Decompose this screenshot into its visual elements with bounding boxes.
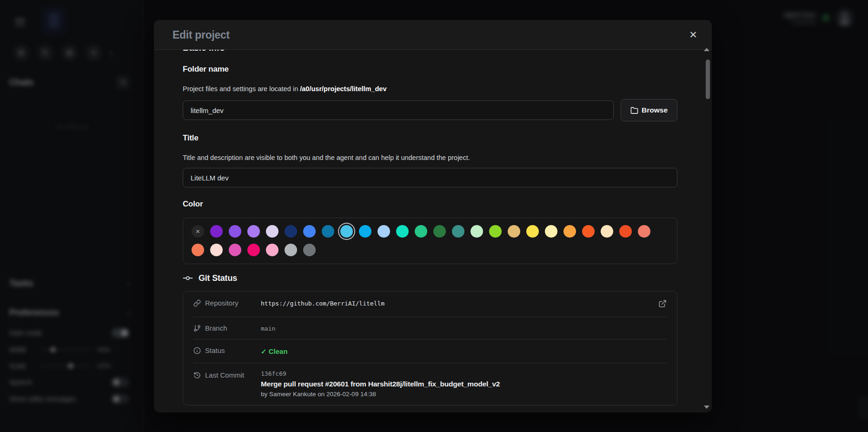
color-swatch[interactable]: [563, 225, 576, 238]
folder-description: Project files and settings are located i…: [183, 85, 677, 93]
commit-message: Merge pull request #20601 from Harshit28…: [261, 380, 667, 388]
link-icon: [193, 299, 201, 307]
title-description: Title and description are visible to bot…: [183, 154, 677, 161]
color-swatch[interactable]: [229, 244, 241, 256]
color-swatch[interactable]: [247, 225, 260, 238]
color-swatch[interactable]: [210, 244, 223, 256]
scrollbar-thumb[interactable]: [706, 60, 710, 99]
status-label: Status: [205, 346, 225, 354]
app-stage: ⚙ ↻ ⊞ ✦ ‹ Chats ✎ No chats yet Tasks › P…: [0, 0, 868, 432]
basic-info-heading-clipped: Basic Info: [183, 50, 677, 53]
status-row: Status ✓ Clean: [193, 339, 667, 363]
scrollbar-down-arrow[interactable]: [704, 405, 709, 409]
close-icon[interactable]: ✕: [687, 28, 700, 41]
color-swatch[interactable]: [452, 225, 464, 238]
color-swatch[interactable]: [396, 225, 409, 238]
last-commit-label: Last Commit: [205, 371, 244, 379]
color-swatch[interactable]: [582, 225, 595, 238]
color-swatch[interactable]: [229, 225, 241, 238]
commit-byline: by Sameer Kankute on 2026-02-09 14:38: [261, 391, 667, 398]
info-icon: [193, 347, 201, 354]
repository-label: Repository: [205, 299, 239, 307]
color-swatch[interactable]: [303, 244, 316, 256]
color-swatch[interactable]: [619, 225, 632, 238]
last-commit-row: Last Commit 136fc69 Merge pull request #…: [193, 363, 667, 405]
status-clean-badge: ✓ Clean: [261, 346, 667, 356]
color-swatch[interactable]: [470, 225, 483, 238]
color-swatch[interactable]: [210, 225, 223, 238]
folder-name-label: Folder name: [183, 65, 677, 74]
history-icon: [193, 372, 201, 379]
branch-row: Branch main: [193, 317, 667, 339]
git-branch-icon: [193, 325, 201, 332]
color-swatch[interactable]: [601, 225, 613, 238]
folder-icon: [630, 106, 638, 114]
git-commit-icon: [183, 273, 193, 283]
folder-name-input[interactable]: [183, 100, 614, 120]
color-swatch[interactable]: [378, 225, 390, 238]
color-swatch[interactable]: [508, 225, 520, 238]
external-link-icon[interactable]: [658, 299, 667, 310]
modal-title: Edit project: [172, 20, 230, 50]
branch-value: main: [261, 324, 667, 332]
color-swatch[interactable]: [266, 244, 278, 256]
title-input[interactable]: [183, 168, 677, 187]
color-swatch[interactable]: [285, 244, 297, 256]
color-swatch[interactable]: [489, 225, 502, 238]
color-swatch[interactable]: [192, 244, 204, 256]
color-swatch[interactable]: [285, 225, 297, 238]
modal-header: Edit project ✕: [154, 20, 712, 50]
modal-body: Basic Info Folder name Project files and…: [154, 50, 712, 412]
color-swatch[interactable]: [526, 225, 539, 238]
color-swatch[interactable]: [415, 225, 427, 238]
color-swatch[interactable]: [359, 225, 371, 238]
color-swatch[interactable]: [340, 225, 353, 238]
color-swatch-none[interactable]: ✕: [192, 225, 204, 238]
check-icon: ✓: [261, 347, 267, 355]
color-swatch[interactable]: [303, 225, 316, 238]
color-label: Color: [183, 199, 677, 209]
color-swatch[interactable]: [322, 225, 334, 238]
repository-row: Repository https://github.com/BerriAI/li…: [193, 292, 667, 317]
color-swatch[interactable]: [545, 225, 557, 238]
git-status-panel: Repository https://github.com/BerriAI/li…: [183, 291, 677, 405]
commit-hash: 136fc69: [261, 370, 667, 377]
browse-button[interactable]: Browse: [621, 99, 677, 121]
git-status-heading: Git Status: [199, 273, 237, 283]
project-path: /a0/usr/projects/litellm_dev: [300, 85, 386, 93]
swatch-row-2: [192, 244, 669, 256]
scrollbar-up-arrow[interactable]: [704, 48, 709, 51]
title-label: Title: [183, 133, 677, 143]
color-swatch[interactable]: [433, 225, 446, 238]
branch-label: Branch: [205, 324, 227, 332]
color-swatch[interactable]: [638, 225, 650, 238]
edit-project-modal: Edit project ✕ Basic Info Folder name Pr…: [154, 20, 712, 412]
swatch-row-1: ✕: [192, 225, 669, 238]
color-picker-panel: ✕: [183, 218, 677, 264]
color-swatch[interactable]: [266, 225, 278, 238]
color-swatch[interactable]: [247, 244, 260, 256]
repository-url[interactable]: https://github.com/BerriAI/litellm: [261, 299, 658, 307]
